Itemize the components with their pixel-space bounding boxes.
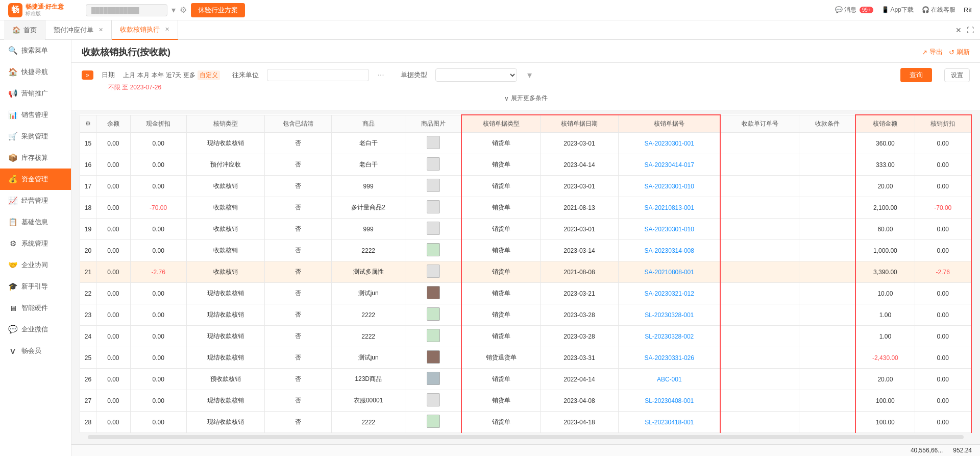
td-verify-bill-type: 销货单 [461,240,540,261]
refresh-btn[interactable]: ↺ 刷新 [949,47,970,57]
user-name[interactable]: Rit [964,6,972,14]
td-verify-bill-no[interactable]: SL-20230328-002 [619,326,721,347]
sidebar-item-purchase[interactable]: 🛒 采购管理 [0,126,71,147]
app-download[interactable]: 📱 App下载 [881,6,914,14]
sidebar-item-marketing[interactable]: 📢 营销推广 [0,83,71,104]
sidebar-item-guide[interactable]: 🎓 新手引导 [0,276,71,297]
td-verify-bill-no[interactable]: SA-20230331-026 [619,347,721,369]
td-verify-bill-no[interactable]: SA-20210808-001 [619,261,721,283]
sidebar-item-member[interactable]: V 畅会员 [0,340,71,362]
td-balance: 0.00 [96,240,131,261]
online-service[interactable]: 🎧 在线客服 [922,6,955,14]
sidebar-item-operations[interactable]: 📈 经营管理 [0,190,71,211]
expand-conditions-btn[interactable]: ∨ 展开更多条件 [504,94,548,103]
th-verify-bill-type: 核销单据类型 [461,115,540,133]
bill-no-link[interactable]: SA-20230301-010 [645,226,694,233]
td-verify-bill-date: 2023-03-01 [540,219,618,240]
tab-prepay-close[interactable]: ✕ [99,27,103,33]
td-verify-discount: 0.00 [915,326,971,347]
sidebar-item-collab[interactable]: 🤝 企业协同 [0,254,71,276]
bill-no-link[interactable]: SA-20230301-010 [645,183,694,190]
td-verify-bill-no[interactable]: SL-20230418-001 [619,412,721,433]
bill-no-link[interactable]: SL-20230408-001 [645,397,694,404]
td-verify-type: 现结收款核销 [186,390,264,412]
td-goods-img [405,283,461,304]
td-verify-bill-no[interactable]: SA-20230321-012 [619,283,721,304]
date-7days[interactable]: 近7天 [166,71,182,80]
th-gear[interactable]: ⚙ [80,115,96,133]
horizontal-scrollbar[interactable] [80,435,972,439]
query-btn[interactable]: 查询 [900,68,932,82]
td-payment-terms [799,283,856,304]
td-verify-bill-no[interactable]: SL-20230328-001 [619,304,721,326]
bill-no-link[interactable]: SL-20230328-001 [645,311,694,319]
sidebar-item-search[interactable]: 🔍 搜索菜单 [0,40,71,61]
settings-btn[interactable]: 设置 [944,68,970,82]
sidebar-item-inventory[interactable]: 📦 库存核算 [0,147,71,169]
home-nav-icon: 🏠 [8,67,17,77]
sidebar-item-wechat[interactable]: 💬 企业微信 [0,319,71,340]
td-include-settled: 否 [264,347,332,369]
sidebar-item-hardware[interactable]: 🖥 智能硬件 [0,297,71,319]
bill-no-link[interactable]: SA-20230301-001 [645,140,694,147]
bill-no-link[interactable]: ABC-001 [657,376,682,383]
bill-no-link[interactable]: SA-20230321-012 [645,290,694,297]
td-verify-amount: 1.00 [855,304,915,326]
td-verify-type: 收款核销 [186,219,264,240]
home-icon: 🏠 [12,26,20,34]
tab-verify[interactable]: 收款核销执行 ✕ [112,20,178,40]
bill-no-link[interactable]: SA-20210813-001 [645,204,694,211]
td-no: 21 [80,261,96,283]
sidebar-item-basicinfo[interactable]: 📋 基础信息 [0,211,71,233]
date-more[interactable]: 更多 [183,71,195,80]
td-verify-bill-no[interactable]: SA-20230301-010 [619,219,721,240]
date-last-month[interactable]: 上月 [123,71,135,80]
inventory-icon: 📦 [8,153,17,162]
source-unit-input[interactable] [267,69,369,81]
date-this-year[interactable]: 本年 [152,71,164,80]
date-custom[interactable]: 自定义 [198,70,220,80]
bill-type-select[interactable] [435,68,517,82]
sidebar-item-system[interactable]: ⚙ 系统管理 [0,233,71,254]
tab-home[interactable]: 🏠 首页 [4,20,45,40]
td-verify-bill-no[interactable]: SA-20210813-001 [619,197,721,219]
td-verify-amount: 3,390.00 [855,261,915,283]
bill-no-link[interactable]: SA-20210808-001 [645,269,694,276]
bill-no-link[interactable]: SA-20230314-008 [645,247,694,254]
bill-no-link[interactable]: SA-20230414-017 [645,161,694,169]
settings-top-icon[interactable]: ⚙ [180,5,187,15]
tab-prepay[interactable]: 预付冲应付单 ✕ [45,20,112,40]
messages-icon[interactable]: 💬 消息 99+ [835,6,873,14]
page-title: 收款核销执行(按收款) [82,46,170,58]
bill-no-link[interactable]: SA-20230331-026 [645,354,694,362]
sidebar-item-sales[interactable]: 📊 销售管理 [0,104,71,126]
bill-no-link[interactable]: SL-20230328-002 [645,333,694,340]
table-row: 16 0.00 0.00 预付冲应收 否 老白干 销货单 2023-04-14 … [80,154,972,176]
logo: 畅 畅捷通·好生意 标准版 [8,3,80,17]
td-verify-bill-no[interactable]: SA-20230301-001 [619,133,721,154]
td-verify-bill-no[interactable]: SA-20230301-010 [619,176,721,197]
td-goods-img [405,412,461,433]
td-verify-bill-no[interactable]: ABC-001 [619,369,721,390]
td-balance: 0.00 [96,133,131,154]
td-verify-bill-no[interactable]: SA-20230414-017 [619,154,721,176]
td-payment-terms [799,369,856,390]
td-receipt-order-no [720,412,799,433]
maximize-icon[interactable]: ⛶ [965,24,976,36]
industry-btn[interactable]: 休验行业方案 [191,3,245,17]
export-btn[interactable]: ↗ 导出 [922,47,943,57]
tab-verify-close[interactable]: ✕ [165,26,169,33]
sidebar-item-quicknav[interactable]: 🏠 快捷导航 [0,61,71,83]
td-verify-bill-type: 销货单 [461,261,540,283]
sidebar-item-finance[interactable]: 💰 资金管理 [0,169,71,190]
td-no: 19 [80,219,96,240]
bill-no-link[interactable]: SL-20230418-001 [645,419,694,426]
td-verify-bill-no[interactable]: SA-20230314-008 [619,240,721,261]
td-goods: 老白干 [332,154,405,176]
filter-expand-btn[interactable]: » [82,70,93,80]
td-verify-bill-no[interactable]: SL-20230408-001 [619,390,721,412]
dropdown-icon[interactable]: ▾ [172,5,176,15]
td-no: 18 [80,197,96,219]
date-this-month[interactable]: 本月 [137,71,150,80]
close-window-icon[interactable]: ✕ [953,24,964,36]
